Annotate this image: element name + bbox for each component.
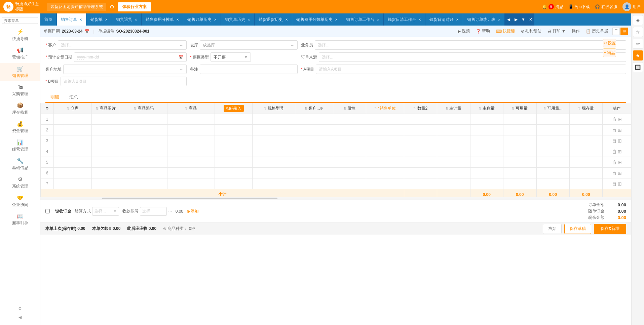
col-code[interactable]: ⇅ 商品编码 [120, 103, 167, 114]
sidebar-item-inventory[interactable]: 📦 库存核算 [0, 99, 40, 118]
tab-reconcile[interactable]: 钱货日清对账 ✕ [425, 13, 463, 26]
col-stock[interactable]: ⇅ 现存量 [570, 103, 603, 114]
tab-sales-invoice[interactable]: 销货单 ✕ [86, 13, 112, 26]
tab-return-history[interactable]: 销货退货历史 ✕ [255, 13, 292, 26]
date-icon[interactable]: 📅 [179, 55, 184, 59]
row-copy-btn[interactable]: ⊞ [618, 160, 622, 165]
col-spec[interactable]: ⇅ 规格型号 [253, 103, 295, 114]
right-panel-btn-3[interactable]: ✏ [633, 39, 643, 49]
add-btn[interactable]: ⊕ 添加 [187, 208, 199, 214]
row-delete-btn[interactable]: 🗑 [612, 160, 617, 165]
customer-input[interactable]: 选择... ··· [58, 40, 187, 50]
list-view-btn[interactable]: ☰ [612, 28, 620, 35]
col-available[interactable]: ⇅ 可用量 [503, 103, 536, 114]
settings-icon[interactable]: ⚙ [110, 4, 114, 10]
tab-prev-btn[interactable]: ◀ [505, 13, 512, 26]
profit-btn[interactable]: ⊙ 毛利预估 [519, 28, 543, 35]
sidebar-settings-btn[interactable]: ⚙ [0, 304, 40, 313]
right-panel-btn-1[interactable]: ◈ [633, 15, 643, 25]
tab-close-sales-order-history[interactable]: ✕ [214, 18, 217, 22]
customer-address-input[interactable]: ··· [63, 65, 187, 74]
sidebar-item-sales[interactable]: 🛒 销售管理 [0, 63, 40, 81]
account-expand-icon[interactable]: ··· [168, 209, 172, 214]
tab-close-sales-order[interactable]: ✕ [79, 18, 82, 22]
warehouse-input[interactable]: 成品库 ··· [200, 40, 298, 50]
row-delete-btn[interactable]: 🗑 [612, 117, 617, 122]
col-gear[interactable]: ⚙ [41, 103, 54, 114]
col-cust-field[interactable]: ⇅ 客户...⊙ [295, 103, 333, 114]
salesperson-input[interactable]: 选择... [315, 40, 626, 50]
tab-close-all-btn[interactable]: ✕ [527, 13, 534, 26]
tab-statistics[interactable]: 销售订单统计表 ✕ [463, 13, 505, 26]
row-delete-btn[interactable]: 🗑 [612, 149, 617, 154]
tab-sales-return[interactable]: 销货退货 ✕ [112, 13, 142, 26]
b-project-input[interactable]: 请输入B项目 [61, 77, 187, 86]
row-delete-btn[interactable]: 🗑 [612, 181, 617, 187]
tab-daily-clear[interactable]: 钱货日清工作台 ✕ [384, 13, 425, 26]
col-available2[interactable]: ⇅ 可用量... [536, 103, 569, 114]
tab-close-sales-invoice[interactable]: ✕ [105, 18, 108, 22]
system-title[interactable]: 装备及固定资产辅助管理系统 [47, 3, 106, 11]
account-select[interactable]: 选择... [140, 207, 167, 216]
col-image[interactable]: ⇅ 商品图片 [91, 103, 120, 114]
tab-close-reconcile[interactable]: ✕ [456, 18, 459, 22]
col-warehouse[interactable]: ⇅ 仓库 [54, 103, 92, 114]
warehouse-expand-icon[interactable]: ··· [291, 42, 295, 48]
settings-side-btn[interactable]: ⚙ 设置 [603, 39, 616, 47]
user-item[interactable]: 👤 用户 [622, 2, 641, 11]
col-main-unit[interactable]: ⇅ 主计量 [437, 103, 470, 114]
row-copy-btn[interactable]: ⊞ [618, 170, 622, 176]
tab-invoice-history[interactable]: 销货单历史 ✕ [221, 13, 255, 26]
sidebar-item-system[interactable]: ⚙ 系统管理 [0, 173, 40, 192]
row-delete-btn[interactable]: 🗑 [612, 127, 617, 133]
operate-btn[interactable]: 操作 [570, 28, 581, 35]
right-panel-btn-5[interactable]: 🔲 [633, 62, 643, 72]
tab-expense-history[interactable]: 销售费用分摊单历史 ✕ [292, 13, 342, 26]
row-copy-btn[interactable]: ⊞ [618, 138, 622, 144]
row-copy-btn[interactable]: ⊞ [618, 181, 622, 187]
calendar-icon[interactable]: 📅 [84, 29, 89, 34]
save-new-btn[interactable]: 保存&新增 [594, 224, 626, 234]
row-delete-btn[interactable]: 🗑 [612, 138, 617, 144]
one-click-settle-checkbox[interactable] [45, 209, 50, 213]
sidebar-item-guide[interactable]: 📖 新手引导 [0, 210, 40, 229]
sidebar-item-enterprise[interactable]: 🤝 企业协同 [0, 192, 40, 210]
row-copy-btn[interactable]: ⊞ [618, 117, 622, 122]
sidebar-item-purchase[interactable]: 🛍 采购管理 [0, 81, 40, 99]
history-btn[interactable]: 📋 历史单据 [584, 28, 610, 35]
search-input[interactable] [2, 17, 38, 24]
row-copy-btn[interactable]: ⊞ [618, 127, 622, 133]
tab-detail[interactable]: 明细 [45, 92, 64, 103]
sidebar-item-marketing[interactable]: 📢 营销推广 [0, 44, 40, 63]
view-video-btn[interactable]: ▶ 视频 [456, 28, 471, 35]
tab-close-sales-expense[interactable]: ✕ [176, 18, 179, 22]
tab-menu-btn[interactable]: ▼ [520, 13, 527, 26]
sidebar-collapse-btn[interactable]: ◀ [0, 313, 40, 322]
delivery-date-input[interactable]: yyyy-mm-dd 📅 [74, 52, 187, 62]
tab-close-workbench[interactable]: ✕ [377, 18, 379, 22]
tab-summary[interactable]: 汇总 [64, 92, 83, 102]
shortcut-btn[interactable]: ⌨ 快捷键 [494, 28, 517, 35]
industry-btn[interactable]: 体验行业方案 [118, 2, 151, 11]
tab-close-sales-return[interactable]: ✕ [135, 18, 137, 22]
col-qty2[interactable]: ⇅ 数量2 [404, 103, 437, 114]
right-panel-btn-2[interactable]: ☆ [633, 27, 643, 37]
save-draft-btn[interactable]: 保存草稿 [564, 224, 591, 234]
invoice-type-select[interactable]: 不开票 ▼ [211, 52, 251, 62]
order-source-input[interactable]: 选择... [319, 52, 626, 62]
grid-view-btn[interactable]: ⊞ [620, 28, 628, 35]
row-delete-btn[interactable]: 🗑 [612, 170, 617, 176]
tab-close-return-history[interactable]: ✕ [285, 18, 288, 22]
tab-close-invoice-history[interactable]: ✕ [248, 18, 250, 22]
tab-workbench[interactable]: 销售订单工作台 ✕ [342, 13, 384, 26]
print-btn[interactable]: 🖨 打印 ▼ [546, 28, 567, 35]
right-panel-btn-4[interactable]: ★ [633, 50, 643, 60]
sidebar-item-quick-nav[interactable]: ⚡ 快捷导航 [0, 26, 40, 44]
col-attr[interactable]: ⇅ 属性 [333, 103, 366, 114]
col-product[interactable]: ⇅ 商品 [167, 103, 215, 114]
tab-next-btn[interactable]: ▶ [512, 13, 520, 26]
tab-close-expense-history[interactable]: ✕ [335, 18, 338, 22]
notification-item[interactable]: 🔔 9 消息 [542, 4, 563, 10]
a-project-input[interactable]: 请输入A项目 [316, 65, 626, 74]
customer-expand-icon[interactable]: ··· [180, 42, 184, 48]
